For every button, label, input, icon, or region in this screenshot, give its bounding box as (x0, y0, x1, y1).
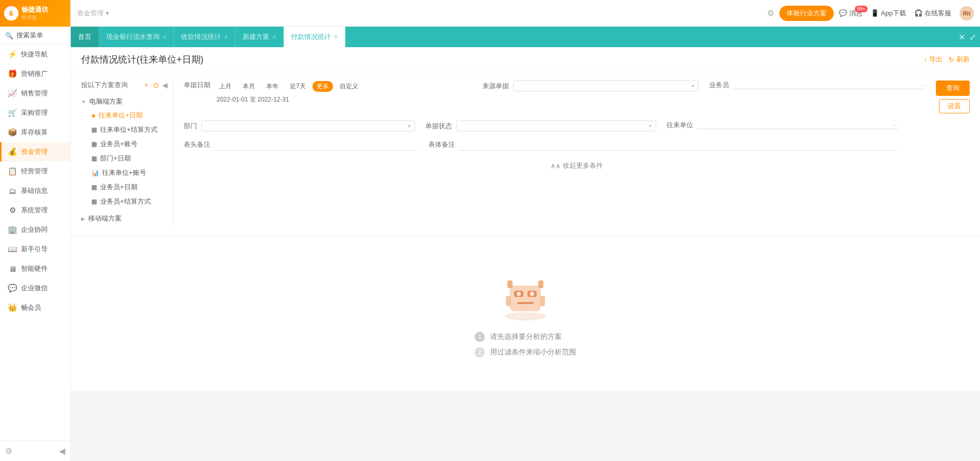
trial-button[interactable]: 体验行业方案 (779, 6, 834, 21)
collapse-button[interactable]: ∧∧ 收起更多条件 (542, 158, 611, 173)
scheme-item-label: 部门+日期 (100, 154, 131, 163)
date-btn-more[interactable]: 更多 (312, 81, 333, 92)
sidebar-item-wechat[interactable]: 💬 企业微信 (0, 278, 70, 298)
date-btn-last-7[interactable]: 近7天 (285, 81, 310, 92)
tab-home[interactable]: 首页 (71, 27, 99, 47)
counterpart-field: 往来单位 ··· (667, 121, 898, 130)
sidebar-item-label: 资金管理 (21, 147, 48, 156)
tab-receipt-stat-close[interactable]: × (224, 33, 228, 41)
scheme-item-staff-date[interactable]: ▦ 业务员+日期 (81, 180, 168, 194)
page-actions: ↑ 导出 ↻ 刷新 (924, 55, 970, 64)
sidebar-item-inventory[interactable]: 📦 库存核算 (0, 123, 70, 142)
logo-text: 畅捷通坊 (22, 6, 48, 14)
mobile-scheme-section-header[interactable]: ▶ 移动端方案 (81, 212, 168, 225)
sidebar-item-purchase[interactable]: 🛒 采购管理 (0, 103, 70, 123)
svg-rect-1 (510, 286, 541, 311)
export-button[interactable]: ↑ 导出 (924, 55, 943, 64)
tab-payment-stat[interactable]: 付款情况统计 × (284, 27, 345, 47)
header-note-label: 表头备注 (184, 140, 210, 149)
scheme-settings-icon[interactable]: ⊙ (153, 81, 159, 89)
sidebar-item-member[interactable]: 👑 畅会员 (0, 298, 70, 317)
topbar-dropdown-icon[interactable]: ▾ (106, 9, 109, 17)
tab-new-scheme[interactable]: 新建方案 × (236, 27, 284, 47)
sidebar-item-operations[interactable]: 📋 经营管理 (0, 162, 70, 181)
date-btn-last-month[interactable]: 上月 (214, 81, 236, 92)
scheme-item-label: 往来单位+日期 (99, 111, 143, 120)
source-select[interactable]: ▾ (513, 81, 699, 91)
sidebar-item-quick-nav[interactable]: ⚡ 快捷导航 (0, 45, 70, 64)
tab-payment-stat-close[interactable]: × (334, 33, 338, 41)
svg-rect-8 (538, 280, 543, 288)
search-menu[interactable]: 🔍 搜索菜单 (0, 27, 70, 45)
scheme-collapse-icon[interactable]: ◀ (162, 81, 168, 89)
app-download-button[interactable]: 📱 App下载 (871, 9, 906, 18)
message-button[interactable]: 💬 消息 99+ (839, 9, 863, 18)
filter-settings-button[interactable]: 设置 (939, 99, 970, 113)
pc-scheme-section-header[interactable]: ▼ 电脑端方案 (81, 95, 168, 108)
refresh-button[interactable]: ↻ 刷新 (949, 55, 970, 64)
mobile-scheme-section: ▶ 移动端方案 (81, 212, 168, 225)
breadcrumb-text: 资金管理 (77, 9, 104, 18)
sidebar-item-marketing[interactable]: 🎁 营销推广 (0, 64, 70, 84)
basic-info-icon: 🗂 (8, 186, 17, 195)
footer-collapse-icon[interactable]: ◀ (59, 446, 65, 456)
date-btn-custom[interactable]: 自定义 (335, 81, 363, 92)
topbar-settings-icon[interactable]: ⚙ (767, 8, 774, 18)
header-note-input[interactable] (214, 138, 418, 151)
filter-row-1: 单据日期 上月 本月 本年 近7天 更多 自定义 2022-01-01 至 20… (184, 81, 970, 113)
online-service-button[interactable]: 🎧 在线客服 (914, 9, 951, 18)
tab-receipt-stat-label: 收款情况统计 (181, 32, 221, 42)
message-icon: 💬 (839, 9, 847, 17)
wechat-icon: 💬 (8, 284, 17, 293)
scheme-item-staff-account[interactable]: ▦ 业务员+账号 (81, 137, 168, 151)
source-select-arrow: ▾ (692, 83, 694, 89)
date-btn-this-year[interactable]: 本年 (262, 81, 283, 92)
topbar-right: 💬 消息 99+ 📱 App下载 🎧 在线客服 Rit (839, 6, 974, 21)
app-label: App下载 (881, 9, 906, 18)
tab-bank-flow-close[interactable]: × (163, 33, 166, 41)
logo-info: 畅捷通坊 标准版 (22, 6, 48, 21)
collapse-label: 收起更多条件 (563, 161, 603, 170)
tab-bank-flow[interactable]: 现金银行流水查询 × (99, 27, 174, 47)
svg-point-10 (530, 292, 534, 296)
dept-select[interactable]: ▾ (201, 121, 415, 131)
tab-bank-flow-label: 现金银行流水查询 (106, 32, 160, 42)
tabs-bar: 首页 现金银行流水查询 × 收款情况统计 × 新建方案 × 付款情况统计 × ✕… (71, 27, 980, 47)
sidebar-item-sales[interactable]: 📈 销售管理 (0, 84, 70, 103)
collapse-row: ∧∧ 收起更多条件 (184, 158, 970, 173)
footer-settings-icon[interactable]: ⚙ (5, 446, 12, 456)
purchase-icon: 🛒 (8, 108, 17, 117)
sidebar-item-hardware[interactable]: 🖥 智能硬件 (0, 259, 70, 278)
page-title: 付款情况统计(往来单位+日期) (81, 53, 204, 66)
doc-status-select[interactable]: ▾ (456, 121, 657, 131)
scheme-item-staff-settle[interactable]: ▦ 业务员+结算方式 (81, 194, 168, 209)
date-btn-this-month[interactable]: 本月 (238, 81, 260, 92)
sidebar-item-enterprise[interactable]: 🏢 企业协同 (0, 220, 70, 239)
scheme-icon: ▦ (91, 126, 97, 133)
staff-more-icon[interactable]: ··· (920, 82, 926, 89)
dept-field: 部门 ▾ (184, 121, 415, 131)
tab-close-all-icon[interactable]: ✕ (958, 32, 965, 42)
scheme-item-dept-date[interactable]: ▦ 部门+日期 (81, 151, 168, 166)
scheme-item-counterpart-account[interactable]: 📊 往来单位+账号 (81, 166, 168, 180)
scheme-panel-header: 按以下方案查询 ＋ ⊙ ◀ (81, 81, 168, 90)
scheme-item-counterpart-settle[interactable]: ▦ 往来单位+结算方式 (81, 123, 168, 137)
query-button[interactable]: 查询 (936, 81, 970, 96)
empty-illustration (495, 270, 556, 322)
date-buttons: 上月 本月 本年 近7天 更多 自定义 (214, 81, 363, 92)
tab-receipt-stat[interactable]: 收款情况统计 × (174, 27, 236, 47)
tab-expand-icon[interactable]: ⤢ (969, 32, 976, 42)
sidebar-item-guide[interactable]: 📖 新手引导 (0, 239, 70, 259)
empty-step-2: 2 用过滤条件来缩小分析范围 (475, 347, 576, 357)
sidebar-item-system[interactable]: ⚙ 系统管理 (0, 201, 70, 220)
sidebar-item-basic-info[interactable]: 🗂 基础信息 (0, 181, 70, 201)
sidebar-item-capital[interactable]: 💰 资金管理 (0, 142, 70, 162)
scheme-item-counterpart-date[interactable]: ● 往来单位+日期 (81, 108, 168, 123)
body-note-input[interactable] (459, 138, 898, 151)
sidebar-item-label: 企业协同 (21, 225, 48, 234)
tab-new-scheme-close[interactable]: × (272, 33, 276, 41)
collapse-icon: ∧∧ (551, 162, 561, 170)
user-avatar[interactable]: Rit (959, 6, 974, 21)
counterpart-more-icon[interactable]: ··· (893, 122, 898, 129)
scheme-add-icon[interactable]: ＋ (143, 81, 150, 90)
